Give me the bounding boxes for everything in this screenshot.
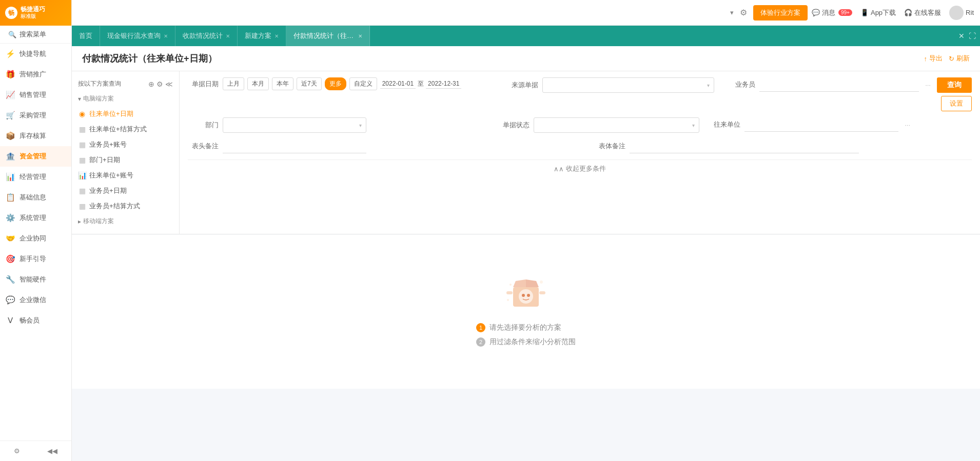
more-btn[interactable]: 更多	[325, 77, 346, 90]
sidebar-item-guide[interactable]: 🎯 新手引导	[0, 249, 71, 269]
voucher-status-select[interactable]: ▾	[534, 117, 699, 133]
messages-label: 消息	[822, 8, 835, 17]
topbar-right: 💬 消息 99+ 📱 App下载 🎧 在线客服 Rit	[812, 6, 974, 20]
scheme-item-label: 业务员+账号	[89, 140, 127, 149]
scheme-item-staff-date[interactable]: ▦ 业务员+日期	[72, 183, 179, 198]
sidebar-item-quick-nav[interactable]: ⚡ 快捷导航	[0, 44, 71, 64]
sidebar-item-basic-info[interactable]: 📋 基础信息	[0, 187, 71, 208]
scheme-item-unit-date[interactable]: ◉ 往来单位+日期	[72, 106, 179, 122]
sidebar-item-label: 企业协同	[19, 234, 46, 243]
sidebar-item-sales[interactable]: 📈 销售管理	[0, 85, 71, 105]
cooperation-icon: 🤝	[5, 233, 15, 244]
sidebar-item-cooperation[interactable]: 🤝 企业协同	[0, 228, 71, 249]
scheme-panel-header: 按以下方案查询 ⊕ ⚙ ≪	[72, 76, 179, 91]
sidebar-item-purchase[interactable]: 🛒 采购管理	[0, 105, 71, 126]
expand-tab-icon[interactable]: ⛶	[969, 32, 976, 40]
query-button[interactable]: 查询	[937, 77, 972, 93]
user-name: Rit	[966, 9, 974, 16]
sidebar-item-wechat[interactable]: 💬 企业微信	[0, 290, 71, 310]
setting-button[interactable]: 设置	[941, 96, 972, 111]
empty-illustration	[500, 272, 552, 313]
staff-more-icon[interactable]: ···	[925, 81, 931, 89]
svg-point-4	[522, 294, 525, 297]
tab-payment-stats-close-icon[interactable]: ✕	[358, 33, 362, 39]
this-month-btn[interactable]: 本月	[247, 77, 269, 90]
scheme-item-staff-account[interactable]: ▦ 业务员+账号	[72, 137, 179, 152]
add-scheme-icon[interactable]: ⊕	[148, 80, 154, 88]
staff-input[interactable]	[759, 77, 919, 92]
sidebar-item-label: 库存核算	[19, 131, 46, 141]
topbar-actions: ▾ ⚙ 体验行业方案	[730, 5, 808, 21]
custom-btn[interactable]: 自定义	[349, 77, 377, 90]
wechat-icon: 💬	[5, 295, 15, 305]
tab-bank-flow[interactable]: 现金银行流水查询 ✕	[100, 26, 175, 46]
sidebar-item-marketing[interactable]: 🎁 营销推广	[0, 64, 71, 85]
counterparty-more-icon[interactable]: ···	[905, 121, 910, 129]
last-month-btn[interactable]: 上月	[223, 77, 244, 90]
refresh-button[interactable]: ↻ 刷新	[949, 54, 970, 63]
tab-home-label: 首页	[79, 31, 92, 41]
counterparty-input[interactable]	[744, 117, 898, 132]
voucher-status-chevron-icon: ▾	[692, 123, 695, 128]
sidebar-item-inventory[interactable]: 📦 库存核算	[0, 126, 71, 146]
sidebar-item-operation[interactable]: 📊 经营管理	[0, 167, 71, 187]
trial-industry-button[interactable]: 体验行业方案	[753, 5, 808, 21]
dept-select[interactable]: ▾	[223, 117, 366, 133]
svg-marker-1	[513, 279, 526, 287]
collapse-more-conditions[interactable]: ∧∧ 收起更多条件	[188, 159, 972, 177]
dept-filter-group: 部门 ▾	[188, 117, 488, 133]
tab-payment-stats[interactable]: 付款情况统计（往来单位+日期） ✕	[286, 26, 370, 46]
this-year-btn[interactable]: 本年	[272, 77, 293, 90]
date-start[interactable]: 2022-01-01	[380, 79, 416, 89]
source-filter-label: 来源单据	[507, 81, 538, 90]
search-label: 搜索菜单	[19, 30, 46, 39]
date-end[interactable]: 2022-12-31	[426, 79, 461, 89]
sidebar-item-member[interactable]: Ⅴ 畅会员	[0, 310, 71, 331]
sidebar-item-label: 企业微信	[19, 295, 46, 305]
sidebar-item-hardware[interactable]: 🔧 智能硬件	[0, 269, 71, 290]
export-button[interactable]: ↑ 导出	[924, 54, 943, 63]
refresh-icon: ↻	[949, 55, 954, 63]
tab-new-scheme[interactable]: 新建方案 ✕	[238, 26, 286, 46]
date-separator: 至	[418, 79, 424, 88]
header-note-input[interactable]	[223, 139, 366, 153]
tab-receipt-stats-close-icon[interactable]: ✕	[226, 33, 230, 39]
scheme-item-unit-account[interactable]: 📊 往来单位+账号	[72, 168, 179, 183]
settings-scheme-icon[interactable]: ⚙	[156, 80, 163, 88]
scheme-table3-icon: ▦	[78, 156, 86, 164]
messages-item[interactable]: 💬 消息 99+	[812, 8, 852, 17]
scheme-item-unit-settle[interactable]: ▦ 往来单位+结算方式	[72, 122, 179, 137]
dropdown-chevron-icon[interactable]: ▾	[730, 9, 734, 16]
collapse-sidebar-btn[interactable]: ◀◀	[43, 445, 62, 457]
user-account-item[interactable]: Rit	[949, 6, 974, 20]
body-note-input[interactable]	[630, 139, 859, 153]
last-7-days-btn[interactable]: 近7天	[297, 77, 322, 90]
collapse-scheme-icon[interactable]: ≪	[165, 80, 173, 88]
source-select[interactable]: ▾	[542, 77, 714, 93]
settings-bottom-btn[interactable]: ⚙	[10, 445, 24, 457]
sidebar-item-label: 快捷导航	[19, 49, 46, 58]
sidebar-item-system[interactable]: ⚙️ 系统管理	[0, 208, 71, 228]
tab-bank-flow-close-icon[interactable]: ✕	[164, 33, 168, 39]
tab-receipt-stats[interactable]: 收款情况统计 ✕	[175, 26, 238, 46]
close-tab-icon[interactable]: ✕	[958, 32, 965, 40]
app-subtitle: 标准版	[21, 13, 45, 20]
settings-gear-icon[interactable]: ⚙	[740, 8, 747, 17]
sidebar-item-fund[interactable]: 🏦 资金管理	[0, 146, 71, 167]
source-filter-group: 来源单据 ▾	[507, 77, 714, 93]
sidebar-header: 畅 畅捷通巧 标准版	[0, 0, 71, 26]
scheme-item-staff-settle[interactable]: ▦ 业务员+结算方式	[72, 198, 179, 214]
tab-home[interactable]: 首页	[72, 26, 100, 46]
sales-icon: 📈	[5, 90, 15, 100]
app-download-item[interactable]: 📱 App下载	[860, 8, 896, 17]
scheme-item-dept-date[interactable]: ▦ 部门+日期	[72, 152, 179, 168]
search-icon: 🔍	[8, 31, 16, 38]
online-service-item[interactable]: 🎧 在线客服	[904, 8, 941, 17]
filter-row-1: 单据日期 上月 本月 本年 近7天 更多 自定义 2022-01-01 至 20	[188, 77, 972, 111]
fund-icon: 🏦	[5, 151, 15, 162]
sidebar-item-label: 采购管理	[19, 111, 46, 120]
search-menu-item[interactable]: 🔍 搜索菜单	[0, 26, 71, 44]
tab-new-scheme-close-icon[interactable]: ✕	[275, 33, 279, 39]
scheme-item-label: 业务员+结算方式	[89, 202, 140, 211]
scheme-panel-title: 按以下方案查询	[78, 79, 121, 88]
